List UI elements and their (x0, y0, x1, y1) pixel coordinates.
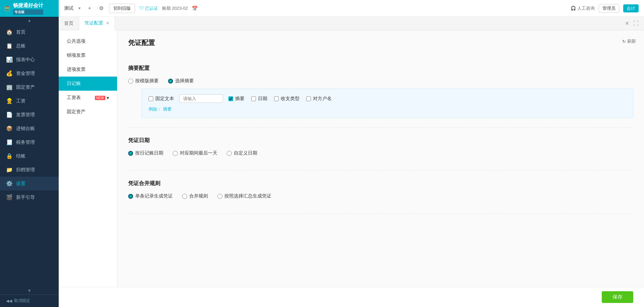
custom-date-label: 自定义日期 (234, 150, 257, 156)
switch-old-version-btn[interactable]: 切到旧版 (109, 4, 135, 13)
summary-checkbox-option[interactable]: 摘要 (228, 96, 245, 102)
select-merge-radio[interactable] (217, 194, 222, 199)
tab-close-btn[interactable]: ✕ (106, 21, 109, 26)
sidebar-item-home[interactable]: 🏠 首页 (0, 25, 59, 39)
journal-date-radio[interactable] (128, 151, 133, 156)
sidebar-item-label: 新手引导 (16, 194, 35, 201)
calendar-icon[interactable]: 📅 (192, 6, 198, 11)
company-dropdown-icon[interactable]: ▼ (77, 6, 82, 11)
sidebar-item-label: 设置 (16, 181, 25, 187)
sidebar-scroll-down[interactable]: ▼ (0, 287, 59, 294)
save-btn[interactable]: 保存 (602, 291, 633, 303)
summary-select-radio[interactable] (168, 79, 173, 84)
sidebar-item-label: 首页 (16, 29, 25, 35)
left-nav-sales-invoice[interactable]: 销项发票 (59, 48, 117, 62)
merge-rules-radio[interactable] (182, 194, 187, 199)
select-merge-option[interactable]: 按照选择汇总生成凭证 (217, 193, 271, 199)
refresh-btn[interactable]: ↻ 刷新 (622, 38, 636, 44)
maximize-btn[interactable]: ⛶ (632, 19, 640, 28)
sidebar-item-ledger[interactable]: 📋 总账 (0, 39, 59, 53)
income-type-checkbox-option[interactable]: 收支类型 (274, 96, 300, 102)
unpin-label: 取消固定 (14, 298, 30, 304)
left-nav-public[interactable]: 公共选项 (59, 34, 117, 48)
merge-radio-group: 单条记录生成凭证 合并规则 按照选择汇总生成凭证 (128, 193, 633, 199)
period-label: 账期 2023-02 (162, 5, 188, 11)
topbar-right: 🎧 人工咨询 管理员 会计 (571, 4, 639, 13)
main-area: 测试 ▼ ＋ ⚙ 切到旧版 🛡 已认证 账期 2023-02 📅 🎧 人工咨询 … (59, 0, 644, 307)
counterpart-checkbox-option[interactable]: 对方户名 (306, 96, 332, 102)
consult-btn[interactable]: 🎧 人工咨询 (571, 5, 595, 11)
settings-icon: ⚙️ (6, 180, 13, 187)
period-last-radio[interactable] (173, 151, 178, 156)
sidebar-item-close[interactable]: 🔒 结账 (0, 149, 59, 163)
left-nav-fixed-assets[interactable]: 固定资产 (59, 105, 117, 119)
summary-radio-group: 按模版摘要 选择摘要 (128, 78, 633, 84)
right-content: 凭证配置 ↻ 刷新 摘要配置 按模版摘要 选择摘要 (117, 30, 644, 307)
period-last-option[interactable]: 对应期间最后一天 (173, 150, 217, 156)
tab-home[interactable]: 首页 (59, 17, 79, 30)
report-icon: 📊 (6, 56, 13, 63)
summary-config-section: 摘要配置 按模版摘要 选择摘要 (128, 55, 633, 128)
sidebar-item-guide[interactable]: 🎬 新手引导 (0, 190, 59, 204)
fixed-text-option[interactable]: 固定文本 (149, 96, 174, 102)
admin-btn[interactable]: 管理员 (599, 4, 619, 13)
archive-icon: 📁 (6, 167, 13, 173)
left-nav-fixed-assets-label: 固定资产 (67, 109, 86, 115)
consult-icon: 🎧 (571, 6, 576, 11)
sidebar-scroll-up[interactable]: ▲ (0, 17, 59, 24)
summary-checkbox[interactable] (228, 96, 233, 101)
sidebar-item-label: 税务管理 (16, 139, 35, 145)
journal-date-option[interactable]: 按日记账日期 (128, 150, 163, 156)
unpin-icon: ◀◀ (6, 299, 12, 303)
logo-sub: 专业版 (13, 9, 43, 15)
sidebar-item-settings[interactable]: ⚙️ 设置 (0, 177, 59, 190)
tab-voucher-config[interactable]: 凭证配置 ✕ (79, 17, 115, 30)
summary-template-option[interactable]: 按模版摘要 (128, 78, 159, 84)
sidebar-item-assets[interactable]: 🏢 固定资产 (0, 80, 59, 94)
settings-gear-btn[interactable]: ⚙ (98, 4, 105, 13)
sidebar-nav: 🏠 首页 📋 总账 📊 报表中心 💰 资金管理 🏢 固定资产 👷 工资 📄 发票… (0, 24, 59, 287)
example-value: 摘要 (163, 106, 172, 112)
custom-date-option[interactable]: 自定义日期 (227, 150, 257, 156)
date-checkbox[interactable] (251, 96, 256, 101)
tab-voucher-config-label: 凭证配置 (85, 20, 103, 26)
sidebar-item-payroll[interactable]: 👷 工资 (0, 94, 59, 108)
unpin-sidebar-btn[interactable]: ◀◀ 取消固定 (0, 294, 59, 307)
left-nav-payroll-table[interactable]: 工资表 NEW ▾ (59, 91, 117, 105)
left-nav-purchase-invoice[interactable]: 进项发票 (59, 62, 117, 77)
certified-badge: 🛡 已认证 (139, 5, 158, 11)
summary-select-option[interactable]: 选择摘要 (168, 78, 194, 84)
fixed-text-checkbox[interactable] (149, 96, 153, 101)
single-record-label: 单条记录生成凭证 (135, 193, 173, 199)
merge-rules-option[interactable]: 合并规则 (182, 193, 208, 199)
select-merge-label: 按照选择汇总生成凭证 (224, 193, 271, 199)
single-record-option[interactable]: 单条记录生成凭证 (128, 193, 173, 199)
sidebar-item-tax[interactable]: 🧾 税务管理 (0, 135, 59, 149)
period-last-label: 对应期间最后一天 (180, 150, 217, 156)
income-type-checkbox[interactable] (274, 96, 279, 101)
left-nav-purchase-invoice-label: 进项发票 (67, 67, 86, 73)
fixed-text-input[interactable] (179, 94, 223, 103)
summary-checkbox-label: 摘要 (235, 96, 245, 102)
sidebar-item-sales[interactable]: 📦 进销台账 (0, 122, 59, 135)
summary-template-radio[interactable] (128, 79, 133, 84)
add-btn[interactable]: ＋ (86, 3, 94, 13)
custom-date-radio[interactable] (227, 151, 232, 156)
sidebar-item-archive[interactable]: 📁 归档管理 (0, 163, 59, 177)
sidebar-item-report[interactable]: 📊 报表中心 (0, 53, 59, 67)
left-nav-journal[interactable]: 日记账 (59, 77, 117, 91)
date-checkbox-option[interactable]: 日期 (251, 96, 267, 102)
certified-label: 已认证 (145, 5, 158, 11)
content-area: 公共选项 销项发票 进项发票 日记账 工资表 NEW ▾ 固定资产 (59, 30, 644, 307)
sidebar-item-funds[interactable]: 💰 资金管理 (0, 67, 59, 80)
close-tab-btn[interactable]: ✕ (624, 19, 631, 28)
left-nav-sales-invoice-label: 销项发票 (67, 52, 86, 58)
single-record-radio[interactable] (128, 194, 133, 199)
sidebar-item-invoice[interactable]: 📄 发票管理 (0, 108, 59, 122)
summary-template-label: 按模版摘要 (135, 78, 159, 84)
home-icon: 🏠 (6, 29, 13, 35)
summary-sub-panel: 固定文本 摘要 日期 (142, 89, 633, 118)
new-badge: NEW (95, 96, 105, 100)
counterpart-checkbox[interactable] (306, 96, 311, 101)
sidebar-item-label: 发票管理 (16, 112, 35, 118)
